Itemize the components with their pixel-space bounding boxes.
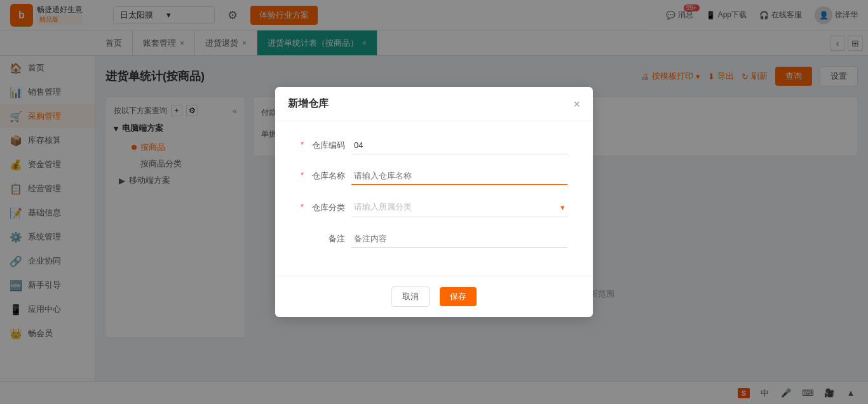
category-select[interactable]: 请输入所属分类 ▾ (351, 198, 567, 217)
modal-footer: 取消 保存 (275, 276, 593, 317)
name-label: 仓库名称 (301, 170, 351, 182)
save-button[interactable]: 保存 (440, 287, 477, 306)
category-dropdown-icon: ▾ (560, 203, 565, 212)
modal-title: 新增仓库 (288, 97, 329, 111)
note-input[interactable] (351, 230, 567, 248)
cancel-button[interactable]: 取消 (391, 286, 430, 307)
form-row-code: 仓库编码 (301, 137, 567, 154)
add-warehouse-modal: 新增仓库 × 仓库编码 仓库名称 仓库分类 请输入所属分类 ▾ 备注 (275, 87, 593, 317)
modal-header: 新增仓库 × (275, 87, 593, 121)
modal-body: 仓库编码 仓库名称 仓库分类 请输入所属分类 ▾ 备注 (275, 121, 593, 276)
category-placeholder: 请输入所属分类 (354, 201, 412, 213)
modal-close-button[interactable]: × (573, 98, 580, 110)
form-row-category: 仓库分类 请输入所属分类 ▾ (301, 198, 567, 217)
form-row-name: 仓库名称 (301, 167, 567, 185)
modal-overlay: 新增仓库 × 仓库编码 仓库名称 仓库分类 请输入所属分类 ▾ 备注 (0, 0, 868, 404)
name-input[interactable] (351, 167, 567, 185)
code-input[interactable] (351, 137, 567, 154)
code-label: 仓库编码 (301, 140, 351, 151)
note-label: 备注 (301, 233, 351, 245)
category-label: 仓库分类 (301, 202, 351, 213)
form-row-note: 备注 (301, 230, 567, 248)
